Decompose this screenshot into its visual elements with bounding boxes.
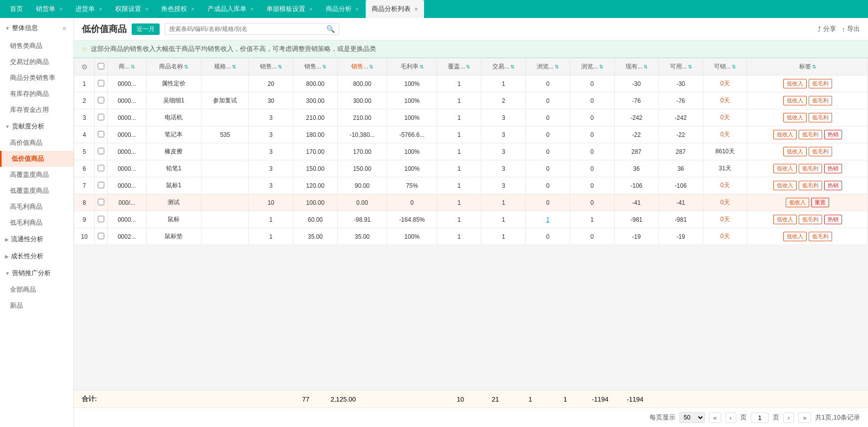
row-view1[interactable]: 0 [526, 228, 570, 245]
nav-close-analysis[interactable]: × [356, 6, 359, 12]
sidebar-item-low-margin[interactable]: 低毛利商品 [0, 215, 73, 231]
nav-close-sales[interactable]: × [59, 6, 62, 12]
row-view1[interactable]: 0 [526, 160, 570, 177]
page-input[interactable] [751, 413, 769, 423]
prev-page-btn[interactable]: ‹ [725, 413, 736, 423]
nav-item-analysis[interactable]: 商品分析 × [320, 0, 365, 18]
col-trans[interactable]: 交易...⇅ [481, 58, 526, 75]
row-checkbox-cell[interactable] [95, 75, 108, 92]
nav-item-sales[interactable]: 销货单 × [30, 0, 68, 18]
nav-item-purchase[interactable]: 进货单 × [69, 0, 108, 18]
select-all-checkbox[interactable] [98, 63, 104, 69]
row-view1[interactable]: 0 [526, 194, 570, 211]
col-s2[interactable]: 销售...⇅ [293, 58, 338, 75]
row-checkbox[interactable] [98, 114, 104, 120]
row-checkbox-cell[interactable] [95, 211, 108, 228]
col-code[interactable]: 商...⇅ [108, 58, 146, 75]
row-checkbox-cell[interactable] [95, 126, 108, 143]
col-stock2[interactable]: 可用...⇅ [658, 58, 703, 75]
row-checkbox[interactable] [98, 199, 104, 205]
row-checkbox[interactable] [98, 165, 104, 171]
sidebar-item-new-goods[interactable]: 新品 [0, 298, 73, 314]
search-input[interactable] [169, 25, 323, 32]
sidebar-item-traded-goods[interactable]: 交易过的商品 [0, 54, 73, 70]
nav-close-analysis-list[interactable]: × [415, 6, 418, 12]
nav-label-analysis: 商品分析 [326, 4, 352, 13]
export-button[interactable]: ↑ 导出 [842, 24, 861, 33]
col-view2[interactable]: 浏览...⇅ [570, 58, 615, 75]
col-margin[interactable]: 毛利率⇅ [387, 58, 437, 75]
sidebar-item-high-coverage[interactable]: 高覆盖度商品 [0, 167, 73, 183]
col-stock1[interactable]: 现有...⇅ [614, 58, 658, 75]
per-page-select[interactable]: 50 100 200 [679, 412, 705, 423]
nav-close-permissions[interactable]: × [145, 6, 148, 12]
row-checkbox-cell[interactable] [95, 109, 108, 126]
sidebar-collapse-btn[interactable]: « [60, 22, 68, 34]
sidebar-item-low-value[interactable]: 低价值商品 [0, 151, 73, 167]
nav-close-roles[interactable]: × [191, 6, 194, 12]
row-checkbox[interactable] [98, 216, 104, 222]
row-view1[interactable]: 1 [526, 211, 570, 228]
nav-item-home[interactable]: 首页 [4, 0, 29, 18]
row-checkbox[interactable] [98, 97, 104, 103]
row-checkbox[interactable] [98, 148, 104, 154]
row-checkbox-cell[interactable] [95, 160, 108, 177]
nav-label-analysis-list: 商品分析列表 [372, 4, 411, 13]
row-days: 0天 [703, 109, 747, 126]
col-days[interactable]: 可销...⇅ [703, 58, 747, 75]
col-cov[interactable]: 覆盖...⇅ [437, 58, 481, 75]
col-view1[interactable]: 浏览...⇅ [526, 58, 570, 75]
next-page-btn[interactable]: › [783, 413, 794, 423]
nav-item-permissions[interactable]: 权限设置 × [109, 0, 154, 18]
row-checkbox-cell[interactable] [95, 177, 108, 194]
row-checkbox-cell[interactable] [95, 143, 108, 160]
nav-item-analysis-list[interactable]: 商品分析列表 × [366, 0, 424, 18]
sidebar-group-marketing[interactable]: ▼ 营销推广分析 [0, 265, 73, 282]
col-tags[interactable]: 标签⇅ [747, 58, 868, 75]
last-page-btn[interactable]: » [798, 413, 811, 423]
content-header: 低价值商品 近一月 🔍 ⤴ 分享 ↑ 导出 [74, 18, 868, 40]
sidebar-item-sales-goods[interactable]: 销售类商品 [0, 38, 73, 54]
col-setting[interactable]: ⚙ [74, 58, 95, 75]
sidebar-group-contribution[interactable]: ▼ 贡献度分析 [0, 118, 73, 135]
col-spec[interactable]: 规格...⇅ [202, 58, 249, 75]
nav-item-roles[interactable]: 角色授权 × [155, 0, 200, 18]
row-view1[interactable]: 0 [526, 75, 570, 92]
row-checkbox[interactable] [98, 233, 104, 239]
row-checkbox[interactable] [98, 80, 104, 86]
nav-close-purchase[interactable]: × [99, 6, 102, 12]
nav-item-templates[interactable]: 单据模板设置 × [260, 0, 318, 18]
time-filter-button[interactable]: 近一月 [132, 23, 160, 35]
col-s3[interactable]: 销售...⇅ [337, 58, 387, 75]
row-checkbox[interactable] [98, 182, 104, 188]
row-view1[interactable]: 0 [526, 177, 570, 194]
sidebar-item-category-rate[interactable]: 商品分类销售率 [0, 70, 73, 86]
sidebar-item-stock-goods[interactable]: 有库存的商品 [0, 86, 73, 102]
row-checkbox-cell[interactable] [95, 194, 108, 211]
sidebar-item-high-margin[interactable]: 高毛利商品 [0, 199, 73, 215]
first-page-btn[interactable]: « [709, 413, 721, 423]
nav-close-templates[interactable]: × [309, 6, 312, 12]
row-view1[interactable]: 0 [526, 109, 570, 126]
sidebar-item-all-goods[interactable]: 全部商品 [0, 282, 73, 298]
nav-item-inventory[interactable]: 产成品入库单 × [202, 0, 259, 18]
sidebar-group-circulation[interactable]: ▶ 流通性分析 [0, 231, 73, 248]
row-checkbox-cell[interactable] [95, 92, 108, 109]
col-name[interactable]: 商品名称⇅ [146, 58, 202, 75]
row-checkbox-cell[interactable] [95, 228, 108, 245]
row-view1[interactable]: 0 [526, 126, 570, 143]
sidebar-group-general[interactable]: ▼ 整体信息 « [0, 18, 73, 38]
row-checkbox[interactable] [98, 131, 104, 137]
share-button[interactable]: ⤴ 分享 [818, 24, 836, 33]
row-view1[interactable]: 0 [526, 143, 570, 160]
sidebar-item-low-coverage[interactable]: 低覆盖度商品 [0, 183, 73, 199]
sidebar-item-high-value[interactable]: 高价值商品 [0, 135, 73, 151]
col-s1[interactable]: 销售...⇅ [249, 58, 293, 75]
nav-close-inventory[interactable]: × [250, 6, 253, 12]
sidebar-item-stock-fund[interactable]: 库存资金占用 [0, 102, 73, 118]
row-view1[interactable]: 0 [526, 92, 570, 109]
nav-label-sales: 销货单 [36, 4, 55, 13]
sidebar-group-growth[interactable]: ▶ 成长性分析 [0, 248, 73, 265]
col-checkbox[interactable] [95, 58, 108, 75]
search-box[interactable]: 🔍 [165, 23, 339, 35]
